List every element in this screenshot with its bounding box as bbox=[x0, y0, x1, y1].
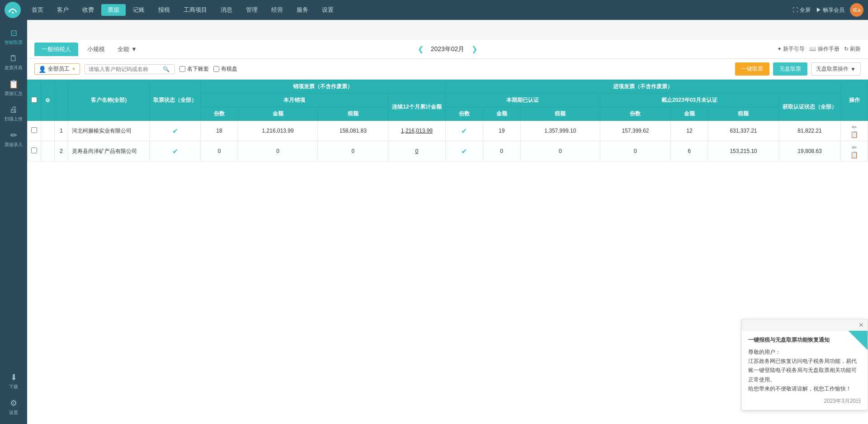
row-cancel-status-1: ✔ bbox=[150, 141, 201, 162]
checkbox-has-tax-disk[interactable]: 有税盘 bbox=[213, 65, 237, 73]
nav-right-area: ⛶ 全屏 ▶ 畅享会员 tEa bbox=[793, 3, 863, 17]
col-purchase-tax-cert-header: 税额 bbox=[520, 107, 600, 121]
no-disk-ops-label: 无盘取票操作 bbox=[816, 65, 849, 73]
row-config-1 bbox=[41, 141, 55, 162]
detail-icon-1[interactable]: 📋 bbox=[850, 151, 858, 158]
sidebar-item-invoice-open[interactable]: 🗒 发票开具 bbox=[0, 50, 27, 75]
edit-icon-1[interactable]: ✏ bbox=[852, 144, 857, 151]
nav-home[interactable]: 首页 bbox=[25, 4, 50, 16]
month-nav: ❮ 2023年02月 ❯ bbox=[415, 44, 481, 54]
row-purchase-amount-uncert-0: 631,337.21 bbox=[708, 121, 778, 141]
config-icon: ⚙ bbox=[10, 398, 17, 408]
col-purchase-tax-uncert-header: 税额 bbox=[708, 107, 778, 121]
nav-settings[interactable]: 设置 bbox=[316, 4, 340, 16]
row-cert-status-1: ✔ bbox=[445, 141, 483, 162]
row-cumulative-0[interactable]: 1,216,013.99 bbox=[388, 121, 445, 141]
nav-management[interactable]: 管理 bbox=[240, 4, 264, 16]
nav-invoice[interactable]: 票据 bbox=[101, 4, 126, 16]
col-sales-group-header: 销项发票（不含作废票） bbox=[201, 80, 446, 94]
popup-date: 2023年3月20日 bbox=[748, 396, 861, 405]
nav-operation[interactable]: 经营 bbox=[265, 4, 289, 16]
nav-message[interactable]: 消息 bbox=[214, 4, 239, 16]
col-index-header bbox=[55, 80, 68, 121]
tab-row: 一般纳税人 小规模 全能 ▼ ❮ 2023年02月 ❯ ✦ 新手引导 📖 操作手… bbox=[27, 40, 868, 59]
sidebar-bottom: ⬇ 下载 ⚙ 设置 bbox=[7, 369, 20, 424]
member-btn[interactable]: ▶ 畅享会员 bbox=[816, 6, 844, 14]
sidebar-item-scan-upload[interactable]: 🖨 扫描上传 bbox=[0, 101, 27, 126]
scan-upload-icon: 🖨 bbox=[9, 105, 18, 114]
col-uncert-header: 截止2023年03月未认证 bbox=[600, 94, 778, 107]
col-sales-count-header: 份数 bbox=[201, 107, 238, 121]
sidebar-item-config[interactable]: ⚙ 设置 bbox=[7, 395, 20, 419]
col-monthly-sales-header: 本月销项 bbox=[201, 94, 388, 107]
edit-icon-0[interactable]: ✏ bbox=[852, 124, 857, 131]
right-actions: ✦ 新手引导 📖 操作手册 ↻ 刷新 bbox=[777, 45, 861, 53]
tab-all[interactable]: 全能 ▼ bbox=[114, 43, 141, 55]
row-purchase-tax-cert-1: 0 bbox=[600, 141, 670, 162]
prev-month-btn[interactable]: ❮ bbox=[415, 44, 426, 54]
row-customer-0: 河北柯搌棱实业有限公司 bbox=[68, 121, 150, 141]
avatar[interactable]: tEa bbox=[850, 3, 863, 17]
col-cert-status-header: 获取认证状态（全部） bbox=[779, 94, 841, 121]
row-config-0 bbox=[41, 121, 55, 141]
nav-billing[interactable]: 收费 bbox=[76, 4, 100, 16]
next-month-btn[interactable]: ❯ bbox=[469, 44, 480, 54]
row-index-0: 1 bbox=[55, 121, 68, 141]
tab-all-label: 全能 bbox=[118, 45, 129, 53]
logo bbox=[5, 2, 21, 18]
checkbox-my-accounts-input[interactable] bbox=[179, 66, 185, 72]
fullscreen-btn[interactable]: ⛶ 全屏 bbox=[793, 6, 810, 14]
main-table: ⚙ 客户名称(全部) 取票状态（全部） 销项发票（不含作废票） 进项发票（不含作… bbox=[27, 80, 868, 162]
employee-select-label: 全部员工 bbox=[48, 65, 70, 73]
employee-select[interactable]: 👤 全部员工 ▼ bbox=[34, 63, 80, 75]
filter-row: 👤 全部员工 ▼ 🔍 名下账套 有税盘 一键取票 无盘取票 无盘取票操作 ▼ bbox=[27, 59, 868, 80]
popup-decoration bbox=[840, 331, 868, 358]
row-checkbox-1[interactable] bbox=[28, 141, 41, 162]
sidebar-item-download[interactable]: ⬇ 下载 bbox=[7, 369, 20, 394]
col-action-header: 操作 bbox=[841, 80, 868, 121]
right-filter-btns: 一键取票 无盘取票 无盘取票操作 ▼ bbox=[735, 62, 861, 76]
nav-business[interactable]: 工商项目 bbox=[177, 4, 213, 16]
col-purchase-group-header: 进项发票（不含作废票） bbox=[445, 80, 840, 94]
tab-small-scale[interactable]: 小规模 bbox=[80, 43, 112, 56]
nav-tax[interactable]: 报税 bbox=[152, 4, 176, 16]
detail-icon-0[interactable]: 📋 bbox=[850, 131, 858, 138]
sidebar-label-scan-upload: 扫描上传 bbox=[5, 116, 23, 122]
new-guide-link[interactable]: ✦ 新手引导 bbox=[777, 45, 805, 53]
no-disk-ops-btn[interactable]: 无盘取票操作 ▼ bbox=[811, 62, 861, 76]
search-input[interactable] bbox=[89, 66, 161, 72]
sidebar-label-config: 设置 bbox=[9, 410, 18, 416]
refresh-link[interactable]: ↻ 刷新 bbox=[844, 45, 861, 53]
no-disk-ops-chevron-icon: ▼ bbox=[850, 66, 856, 72]
smart-fetch-icon: ⊡ bbox=[10, 28, 17, 38]
popup-body-text: 江苏政务网已恢复访问电子税务局功能，易代账一键登陆电子税务局与无盘取票相关功能可… bbox=[748, 357, 861, 384]
nav-service[interactable]: 服务 bbox=[290, 4, 315, 16]
row-index-1: 2 bbox=[55, 141, 68, 162]
manual-link[interactable]: 📖 操作手册 bbox=[809, 45, 839, 53]
checkbox-has-tax-disk-label: 有税盘 bbox=[221, 65, 237, 73]
row-customer-1: 灵寿县尚泽矿产品有限公司 bbox=[68, 141, 150, 162]
popup-close-btn[interactable]: ✕ bbox=[859, 321, 864, 329]
no-disk-fetch-btn[interactable]: 无盘取票 bbox=[773, 62, 807, 76]
row-checkbox-0[interactable] bbox=[28, 121, 41, 141]
nav-customer[interactable]: 客户 bbox=[51, 4, 75, 16]
col-cumulative-header: 连续12个月累计金额 bbox=[388, 94, 445, 121]
select-all-checkbox[interactable] bbox=[31, 97, 37, 103]
row-sales-tax-0: 158,081.83 bbox=[318, 121, 388, 141]
row-purchase-tax-uncert-0: 81,822.21 bbox=[779, 121, 841, 141]
col-current-cert-header: 本期期已认证 bbox=[445, 94, 600, 107]
tab-general-taxpayer[interactable]: 一般纳税人 bbox=[34, 43, 78, 56]
checkbox-has-tax-disk-input[interactable] bbox=[213, 66, 219, 72]
nav-items: 首页 客户 收费 票据 记账 报税 工商项目 消息 管理 经营 服务 设置 bbox=[25, 4, 793, 16]
search-icon[interactable]: 🔍 bbox=[163, 66, 170, 72]
row-purchase-amount-cert-0: 1,357,999.10 bbox=[520, 121, 600, 141]
sidebar-item-smart-fetch[interactable]: ⊡ 智能取票 bbox=[0, 24, 27, 49]
sidebar-item-invoice-entry[interactable]: ✏ 票据录入 bbox=[0, 127, 27, 152]
table-group-header-row: ⚙ 客户名称(全部) 取票状态（全部） 销项发票（不含作废票） 进项发票（不含作… bbox=[28, 80, 868, 94]
checkbox-my-accounts[interactable]: 名下账套 bbox=[179, 65, 209, 73]
row-cumulative-1[interactable]: 0 bbox=[388, 141, 445, 162]
nav-bookkeeping[interactable]: 记账 bbox=[127, 4, 151, 16]
sidebar-label-invoice-summary: 票据汇总 bbox=[5, 91, 23, 97]
one-key-fetch-btn[interactable]: 一键取票 bbox=[735, 62, 769, 76]
sidebar-item-invoice-summary[interactable]: 📋 票据汇总 bbox=[0, 76, 27, 100]
